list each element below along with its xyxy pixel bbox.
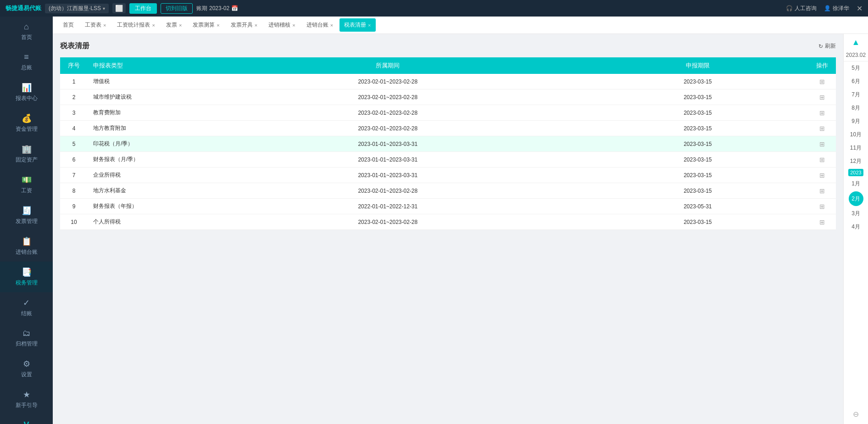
reports-icon: 📊 — [22, 83, 32, 93]
tab-invoice-close[interactable]: × — [179, 22, 182, 28]
collapse-button[interactable]: ⊖ — [851, 408, 861, 420]
action-icon[interactable]: ⊞ — [819, 172, 825, 179]
month-6[interactable]: 6月 — [844, 75, 868, 88]
month-12[interactable]: 12月 — [844, 155, 868, 168]
user-profile[interactable]: 👤 徐泽华 — [824, 5, 849, 12]
col-type: 申报表类型 — [88, 57, 189, 74]
tab-tax-register[interactable]: 税表清册 × — [339, 18, 375, 32]
tab-invoice[interactable]: 发票 × — [161, 18, 186, 32]
tab-invoice-open[interactable]: 发票开具 × — [226, 18, 262, 32]
tab-invoice-calc[interactable]: 发票测算 × — [188, 18, 224, 32]
tab-payroll[interactable]: 工资表 × — [80, 18, 111, 32]
action-icon[interactable]: ⊞ — [819, 187, 825, 195]
window-close-button[interactable]: ✕ — [857, 4, 862, 13]
cell-action[interactable]: ⊞ — [808, 152, 836, 167]
cell-action[interactable]: ⊞ — [808, 199, 836, 214]
sidebar-item-sales[interactable]: 📋 进销台账 — [0, 231, 53, 262]
tab-sales-check[interactable]: 进销稽核 × — [264, 18, 300, 32]
cell-type: 教育费附加 — [88, 105, 189, 121]
month-1[interactable]: 1月 — [844, 177, 868, 190]
cell-action[interactable]: ⊞ — [808, 89, 836, 105]
action-icon[interactable]: ⊞ — [819, 125, 825, 132]
action-icon[interactable]: ⊞ — [819, 140, 825, 148]
month-4[interactable]: 4月 — [844, 220, 868, 234]
cell-deadline: 2023-03-15 — [587, 136, 808, 152]
tab-sales-ledger[interactable]: 进销台账 × — [302, 18, 338, 32]
sidebar-item-archive[interactable]: 🗂 归档管理 — [0, 323, 53, 353]
sidebar-label-invoice: 发票管理 — [16, 218, 38, 225]
user-service[interactable]: 🎧 人工咨询 — [786, 5, 817, 12]
sidebar-item-ledger[interactable]: ≡ 总账 — [0, 47, 53, 77]
sidebar-item-fixed-assets[interactable]: 🏢 固定资产 — [0, 139, 53, 169]
workspace-button[interactable]: 工作台 — [129, 3, 157, 14]
cell-action[interactable]: ⊞ — [808, 183, 836, 199]
tab-sales-check-close[interactable]: × — [292, 22, 295, 28]
tab-home[interactable]: 首页 — [58, 18, 78, 32]
sidebar-label-funds: 资金管理 — [16, 125, 38, 133]
table-row: 4 地方教育附加 2023-02-01~2023-02-28 2023-03-1… — [60, 121, 836, 136]
cell-period: 2022-01-01~2022-12-31 — [189, 199, 587, 214]
tab-payroll-close[interactable]: × — [103, 22, 106, 28]
cell-period: 2023-01-01~2023-03-31 — [189, 152, 587, 167]
sidebar-item-vip[interactable]: V 畅会员 — [0, 415, 53, 424]
month-9[interactable]: 9月 — [844, 115, 868, 128]
sidebar-item-payroll[interactable]: 💵 工资 — [0, 169, 53, 200]
tab-invoice-calc-close[interactable]: × — [217, 22, 219, 28]
month-8[interactable]: 8月 — [844, 101, 868, 115]
action-icon[interactable]: ⊞ — [819, 156, 825, 163]
cell-type: 财务报表（年报） — [88, 199, 189, 214]
cell-action[interactable]: ⊞ — [808, 121, 836, 136]
cell-action[interactable]: ⊞ — [808, 214, 836, 230]
month-2-active[interactable]: 2月 — [849, 191, 863, 206]
action-icon[interactable]: ⊞ — [819, 203, 825, 210]
sidebar-item-settings[interactable]: ⚙ 设置 — [0, 353, 53, 384]
tab-sales-ledger-close[interactable]: × — [330, 22, 333, 28]
sidebar-label-home: 首页 — [21, 33, 32, 41]
user-service-label: 人工咨询 — [795, 5, 817, 12]
action-icon[interactable]: ⊞ — [819, 94, 825, 101]
action-icon[interactable]: ⊞ — [819, 78, 825, 85]
cell-no: 6 — [60, 152, 88, 167]
action-icon[interactable]: ⊞ — [819, 218, 825, 226]
cell-type: 地方教育附加 — [88, 121, 189, 136]
month-10[interactable]: 10月 — [844, 128, 868, 141]
company-selector[interactable]: (勿动）江西服垦·LSS ▾ — [45, 4, 109, 13]
sidebar-item-funds[interactable]: 💰 资金管理 — [0, 108, 53, 139]
sidebar-item-invoice[interactable]: 🧾 发票管理 — [0, 200, 53, 231]
sidebar-item-guide[interactable]: ★ 新手引导 — [0, 384, 53, 415]
cell-no: 10 — [60, 214, 88, 230]
action-icon[interactable]: ⊞ — [819, 109, 825, 117]
tab-invoice-open-close[interactable]: × — [255, 22, 257, 28]
tab-payroll-stats[interactable]: 工资统计报表 × — [112, 18, 159, 32]
copy-icon-btn[interactable]: ⬜ — [112, 3, 126, 13]
page-content: 税表清册 ↻ 刷新 序号 申报表类型 所属期间 申报期限 操作 — [53, 34, 868, 424]
active-month-container: 2月 — [844, 190, 868, 207]
cell-period: 2023-01-01~2023-03-31 — [189, 167, 587, 183]
month-7[interactable]: 7月 — [844, 88, 868, 101]
cell-action[interactable]: ⊞ — [808, 74, 836, 89]
month-5[interactable]: 5月 — [844, 61, 868, 75]
month-11[interactable]: 11月 — [844, 141, 868, 155]
tab-tax-register-close[interactable]: × — [368, 22, 371, 28]
tab-invoice-calc-label: 发票测算 — [193, 21, 215, 29]
settlement-icon: ✓ — [23, 298, 30, 308]
nav-up-button[interactable]: ▲ — [850, 36, 862, 49]
cell-type: 地方水利基金 — [88, 183, 189, 199]
month-3[interactable]: 3月 — [844, 207, 868, 220]
sidebar-item-settlement[interactable]: ✓ 结账 — [0, 292, 53, 323]
sidebar-item-reports[interactable]: 📊 报表中心 — [0, 77, 53, 108]
cell-period: 2023-02-01~2023-02-28 — [189, 74, 587, 89]
cell-action[interactable]: ⊞ — [808, 167, 836, 183]
cell-action[interactable]: ⊞ — [808, 136, 836, 152]
cell-type: 财务报表（月/季） — [88, 152, 189, 167]
switch-old-button[interactable]: 切到旧版 — [161, 3, 193, 14]
tab-payroll-stats-close[interactable]: × — [152, 22, 155, 28]
tab-bar: 首页 工资表 × 工资统计报表 × 发票 × 发票测算 × 发票开具 × — [53, 17, 868, 34]
cell-action[interactable]: ⊞ — [808, 105, 836, 121]
page-title: 税表清册 — [60, 41, 89, 51]
cell-period: 2023-02-01~2023-02-28 — [189, 183, 587, 199]
sidebar-item-tax[interactable]: 📑 税务管理 — [0, 262, 53, 292]
refresh-button[interactable]: ↻ 刷新 — [818, 42, 836, 50]
sidebar-item-home[interactable]: ⌂ 首页 — [0, 17, 53, 47]
tax-icon: 📑 — [22, 267, 32, 277]
